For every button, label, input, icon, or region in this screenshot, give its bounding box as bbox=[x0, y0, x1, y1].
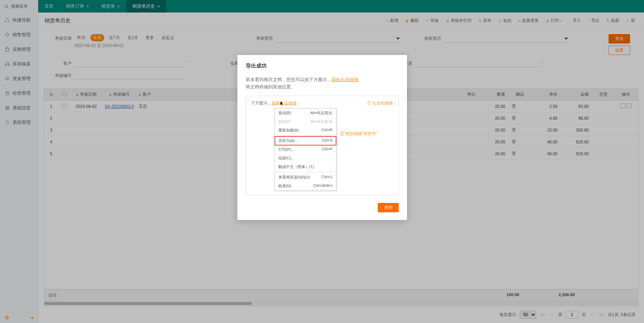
ctx-item: 投射(C)... bbox=[275, 154, 336, 163]
cursor-icon bbox=[280, 101, 284, 106]
ctx-item: 翻成中文（简体）(T) bbox=[275, 163, 336, 171]
demo-link: 鼠标右击链接 bbox=[272, 100, 297, 106]
ctx-label: 翻成中文（简体）(T) bbox=[278, 164, 314, 170]
ctx-label: 另存为(A)... bbox=[278, 138, 298, 143]
export-success-modal: 导出成功 若未看到相关文档，您也可以按下方图示，鼠标右击链接 将文档存储到其他位… bbox=[237, 55, 407, 220]
ctx-label: 打印(P)... bbox=[278, 147, 294, 152]
ctx-shortcut: Ctrl+R bbox=[321, 128, 332, 133]
ctx-shortcut: Ctrl+U bbox=[321, 175, 332, 180]
ctx-label: 检查(N) bbox=[278, 183, 291, 189]
ctx-shortcut: Alt+向左箭头 bbox=[310, 110, 332, 116]
callout-2: ② 然后选择"另存为" bbox=[340, 131, 377, 137]
right-click-link[interactable]: 鼠标右击链接 bbox=[332, 77, 359, 82]
ctx-item: 查看网页源代码(V)Ctrl+U bbox=[275, 173, 336, 182]
close-button[interactable]: 关闭 bbox=[378, 203, 399, 212]
modal-overlay[interactable]: 导出成功 若未看到相关文档，您也可以按下方图示，鼠标右击链接 将文档存储到其他位… bbox=[0, 0, 644, 323]
ctx-shortcut: Ctrl+S bbox=[322, 138, 333, 143]
ctx-label: 前进(F) bbox=[278, 119, 291, 124]
ctx-item: 重新加载(R)Ctrl+R bbox=[275, 126, 336, 135]
ctx-label: 重新加载(R) bbox=[278, 128, 299, 133]
modal-title: 导出成功 bbox=[246, 63, 399, 69]
ctx-item: 前进(F)Alt+向右箭头 bbox=[275, 117, 336, 126]
ctx-label: 返回(B) bbox=[278, 110, 291, 116]
ctx-item: 另存为(A)...Ctrl+S bbox=[275, 136, 336, 145]
callout-1: ① 右击此链接 bbox=[367, 100, 393, 106]
ctx-shortcut: Ctrl+Shift+I bbox=[313, 183, 332, 189]
modal-text-part: 将文档存储到其他位置。 bbox=[246, 84, 295, 89]
ctx-shortcut: Ctrl+P bbox=[322, 147, 333, 152]
context-menu: 返回(B)Alt+向左箭头前进(F)Alt+向右箭头重新加载(R)Ctrl+R另… bbox=[275, 108, 336, 191]
ctx-label: 投射(C)... bbox=[278, 156, 294, 161]
ctx-item: 返回(B)Alt+向左箭头 bbox=[275, 109, 336, 117]
modal-text-part: 若未看到相关文档，您也可以按下方图示， bbox=[246, 77, 332, 82]
modal-illustration: 下方图示， 鼠标右击链接 ① 右击此链接 返回(B)Alt+向左箭头前进(F)A… bbox=[246, 96, 399, 195]
ctx-shortcut: Alt+向右箭头 bbox=[310, 119, 332, 124]
demo-text: 下方图示， bbox=[251, 100, 272, 106]
ctx-item: 检查(N)Ctrl+Shift+I bbox=[275, 182, 336, 190]
modal-text: 若未看到相关文档，您也可以按下方图示，鼠标右击链接 将文档存储到其他位置。 bbox=[246, 76, 399, 91]
ctx-label: 查看网页源代码(V) bbox=[278, 175, 310, 180]
ctx-item: 打印(P)...Ctrl+P bbox=[275, 145, 336, 154]
